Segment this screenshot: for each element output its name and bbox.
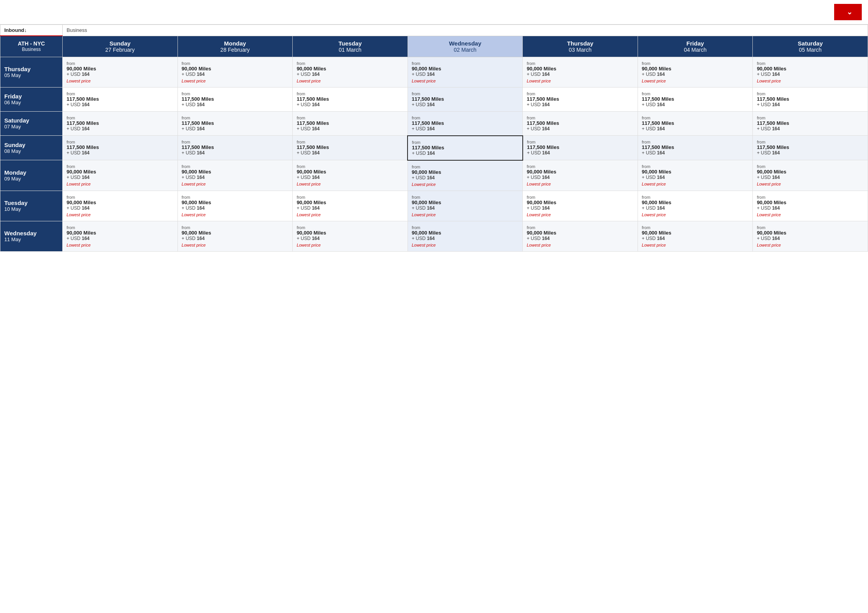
price-cell-r2-c3[interactable]: from117,500 Miles+ USD 164 <box>408 111 523 136</box>
price-cell-r2-c4[interactable]: from117,500 Miles+ USD 164 <box>523 111 638 136</box>
price-cell-r4-c1[interactable]: from90,000 Miles+ USD 164Lowest price <box>177 160 293 191</box>
lowest-price-label: Lowest price <box>412 182 519 187</box>
price-cell-r5-c2[interactable]: from90,000 Miles+ USD 164Lowest price <box>293 191 408 221</box>
date-header-col-4[interactable]: Thursday03 March <box>523 36 638 57</box>
row-label-4: Monday09 May <box>0 160 63 191</box>
miles-value: 90,000 Miles <box>182 200 289 205</box>
price-cell-r6-c6[interactable]: from90,000 Miles+ USD 164Lowest price <box>753 221 868 251</box>
from-label: from <box>642 225 749 230</box>
price-cell-r6-c4[interactable]: from90,000 Miles+ USD 164Lowest price <box>523 221 638 251</box>
price-cell-r1-c3[interactable]: from117,500 Miles+ USD 164 <box>408 87 523 111</box>
from-label: from <box>757 91 864 96</box>
col-date: 01 March <box>297 47 404 53</box>
price-cell-r4-c3[interactable]: from90,000 Miles+ USD 164Lowest price <box>408 160 523 191</box>
col-date: 03 March <box>527 47 634 53</box>
table-row: Wednesday11 Mayfrom90,000 Miles+ USD 164… <box>0 221 868 251</box>
price-cell-r5-c3[interactable]: from90,000 Miles+ USD 164Lowest price <box>408 191 523 221</box>
row-day-name: Sunday <box>4 142 58 148</box>
from-label: from <box>642 195 749 200</box>
row-day-name: Friday <box>4 93 58 100</box>
price-cell-r3-c1[interactable]: from117,500 Miles+ USD 164 <box>177 136 293 160</box>
miles-value: 117,500 Miles <box>412 96 519 102</box>
usd-value: + USD 164 <box>67 175 174 180</box>
date-header-col-6[interactable]: Saturday05 March <box>753 36 868 57</box>
from-label: from <box>757 116 864 120</box>
miles-value: 117,500 Miles <box>527 120 634 126</box>
usd-value: + USD 164 <box>527 236 634 241</box>
usd-value: + USD 164 <box>297 175 404 180</box>
price-cell-r6-c5[interactable]: from90,000 Miles+ USD 164Lowest price <box>638 221 753 251</box>
from-label: from <box>182 91 289 96</box>
price-cell-r2-c5[interactable]: from117,500 Miles+ USD 164 <box>638 111 753 136</box>
usd-value: + USD 164 <box>757 175 864 180</box>
price-cell-r0-c3[interactable]: from90,000 Miles+ USD 164Lowest price <box>408 57 523 87</box>
date-header-row: ATH - NYCBusinessSunday27 FebruaryMonday… <box>0 36 868 57</box>
lowest-price-label: Lowest price <box>642 243 749 247</box>
price-cell-r0-c0[interactable]: from90,000 Miles+ USD 164Lowest price <box>63 57 178 87</box>
price-cell-r6-c1[interactable]: from90,000 Miles+ USD 164Lowest price <box>177 221 293 251</box>
price-cell-r1-c0[interactable]: from117,500 Miles+ USD 164 <box>63 87 178 111</box>
price-cell-r6-c2[interactable]: from90,000 Miles+ USD 164Lowest price <box>293 221 408 251</box>
price-cell-r0-c2[interactable]: from90,000 Miles+ USD 164Lowest price <box>293 57 408 87</box>
date-header-col-3[interactable]: Wednesday02 March <box>408 36 523 57</box>
price-cell-r6-c3[interactable]: from90,000 Miles+ USD 164Lowest price <box>408 221 523 251</box>
price-cell-r3-c4[interactable]: from117,500 Miles+ USD 164 <box>523 136 638 160</box>
row-day-name: Tuesday <box>4 200 58 206</box>
price-cell-r5-c6[interactable]: from90,000 Miles+ USD 164Lowest price <box>753 191 868 221</box>
from-label: from <box>527 195 634 200</box>
price-cell-r2-c0[interactable]: from117,500 Miles+ USD 164 <box>63 111 178 136</box>
table-row: Monday09 Mayfrom90,000 Miles+ USD 164Low… <box>0 160 868 191</box>
miles-value: 117,500 Miles <box>182 96 289 102</box>
price-cell-r4-c5[interactable]: from90,000 Miles+ USD 164Lowest price <box>638 160 753 191</box>
price-cell-r6-c0[interactable]: from90,000 Miles+ USD 164Lowest price <box>63 221 178 251</box>
price-cell-r3-c5[interactable]: from117,500 Miles+ USD 164 <box>638 136 753 160</box>
col-day-name: Tuesday <box>297 40 404 47</box>
price-cell-r0-c1[interactable]: from90,000 Miles+ USD 164Lowest price <box>177 57 293 87</box>
price-cell-r4-c4[interactable]: from90,000 Miles+ USD 164Lowest price <box>523 160 638 191</box>
usd-value: + USD 164 <box>412 205 519 211</box>
price-cell-r1-c1[interactable]: from117,500 Miles+ USD 164 <box>177 87 293 111</box>
view-summary-button[interactable]: ⌄ <box>834 4 862 20</box>
price-cell-r1-c2[interactable]: from117,500 Miles+ USD 164 <box>293 87 408 111</box>
from-label: from <box>527 61 634 66</box>
price-cell-r4-c6[interactable]: from90,000 Miles+ USD 164Lowest price <box>753 160 868 191</box>
date-header-col-5[interactable]: Friday04 March <box>638 36 753 57</box>
price-cell-r4-c0[interactable]: from90,000 Miles+ USD 164Lowest price <box>63 160 178 191</box>
usd-value: + USD 164 <box>527 102 634 107</box>
price-cell-r3-c2[interactable]: from117,500 Miles+ USD 164 <box>293 136 408 160</box>
usd-value: + USD 164 <box>642 126 749 131</box>
price-cell-r3-c6[interactable]: from117,500 Miles+ USD 164 <box>753 136 868 160</box>
table-row: Sunday08 Mayfrom117,500 Miles+ USD 164fr… <box>0 136 868 160</box>
usd-value: + USD 164 <box>182 175 289 180</box>
col-date: 05 March <box>757 47 864 53</box>
lowest-price-label: Lowest price <box>297 243 404 247</box>
price-cell-r3-c3[interactable]: from117,500 Miles+ USD 164 <box>408 136 523 160</box>
price-cell-r5-c4[interactable]: from90,000 Miles+ USD 164Lowest price <box>523 191 638 221</box>
price-cell-r0-c4[interactable]: from90,000 Miles+ USD 164Lowest price <box>523 57 638 87</box>
lowest-price-label: Lowest price <box>527 182 634 186</box>
price-cell-r0-c6[interactable]: from90,000 Miles+ USD 164Lowest price <box>753 57 868 87</box>
date-header-col-1[interactable]: Monday28 February <box>177 36 293 57</box>
price-cell-r2-c1[interactable]: from117,500 Miles+ USD 164 <box>177 111 293 136</box>
route-class: Business <box>4 47 58 52</box>
date-header-col-0[interactable]: Sunday27 February <box>63 36 178 57</box>
price-cell-r5-c5[interactable]: from90,000 Miles+ USD 164Lowest price <box>638 191 753 221</box>
price-cell-r1-c5[interactable]: from117,500 Miles+ USD 164 <box>638 87 753 111</box>
usd-value: + USD 164 <box>757 236 864 241</box>
usd-value: + USD 164 <box>67 102 174 107</box>
lowest-price-label: Lowest price <box>412 79 519 83</box>
usd-value: + USD 164 <box>297 102 404 107</box>
price-cell-r3-c0[interactable]: from117,500 Miles+ USD 164 <box>63 136 178 160</box>
price-cell-r4-c2[interactable]: from90,000 Miles+ USD 164Lowest price <box>293 160 408 191</box>
price-cell-r5-c0[interactable]: from90,000 Miles+ USD 164Lowest price <box>63 191 178 221</box>
from-label: from <box>412 165 519 169</box>
price-cell-r2-c6[interactable]: from117,500 Miles+ USD 164 <box>753 111 868 136</box>
price-cell-r1-c4[interactable]: from117,500 Miles+ USD 164 <box>523 87 638 111</box>
price-cell-r0-c5[interactable]: from90,000 Miles+ USD 164Lowest price <box>638 57 753 87</box>
price-cell-r2-c2[interactable]: from117,500 Miles+ USD 164 <box>293 111 408 136</box>
miles-value: 117,500 Miles <box>297 120 404 126</box>
price-cell-r5-c1[interactable]: from90,000 Miles+ USD 164Lowest price <box>177 191 293 221</box>
date-header-col-2[interactable]: Tuesday01 March <box>293 36 408 57</box>
usd-value: + USD 164 <box>527 72 634 77</box>
price-cell-r1-c6[interactable]: from117,500 Miles+ USD 164 <box>753 87 868 111</box>
